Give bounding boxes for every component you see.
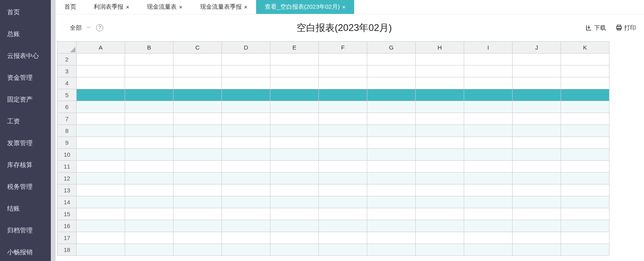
cell-H4[interactable] xyxy=(416,77,464,89)
cell-D17[interactable] xyxy=(222,232,270,244)
cell-C15[interactable] xyxy=(174,208,222,220)
cell-F6[interactable] xyxy=(319,101,367,113)
cell-H10[interactable] xyxy=(416,149,464,161)
cell-E6[interactable] xyxy=(270,101,319,113)
cell-E12[interactable] xyxy=(270,173,319,184)
cell-K8[interactable] xyxy=(561,125,609,137)
cell-I10[interactable] xyxy=(464,149,513,161)
cell-J8[interactable] xyxy=(513,125,561,137)
cell-F14[interactable] xyxy=(319,196,367,208)
column-header-B[interactable]: B xyxy=(125,42,174,54)
cell-E4[interactable] xyxy=(270,77,319,89)
cell-G17[interactable] xyxy=(367,232,416,244)
sidebar-item-7[interactable]: 库存核算 xyxy=(0,154,51,176)
cell-C18[interactable] xyxy=(174,244,222,256)
cell-E2[interactable] xyxy=(270,54,319,65)
row-header-6[interactable]: 6 xyxy=(58,101,77,113)
cell-D7[interactable] xyxy=(222,113,270,125)
row-header-12[interactable]: 12 xyxy=(58,173,77,184)
sidebar-item-4[interactable]: 固定资产 xyxy=(0,89,51,111)
cell-E7[interactable] xyxy=(270,113,319,125)
cell-K9[interactable] xyxy=(561,137,609,149)
cell-B8[interactable] xyxy=(125,125,174,137)
cell-D12[interactable] xyxy=(222,173,270,184)
cell-C2[interactable] xyxy=(174,54,222,65)
cell-E14[interactable] xyxy=(270,196,319,208)
cell-J17[interactable] xyxy=(513,232,561,244)
cell-G9[interactable] xyxy=(367,137,416,149)
cell-J12[interactable] xyxy=(513,173,561,184)
column-header-G[interactable]: G xyxy=(367,42,416,54)
cell-B17[interactable] xyxy=(125,232,174,244)
cell-A11[interactable] xyxy=(77,161,125,173)
cell-B6[interactable] xyxy=(125,101,174,113)
cell-K7[interactable] xyxy=(561,113,609,125)
cell-A10[interactable] xyxy=(77,149,125,161)
cell-K5[interactable] xyxy=(561,89,609,101)
sidebar-item-0[interactable]: 首页 xyxy=(0,2,51,23)
row-header-18[interactable]: 18 xyxy=(58,244,77,256)
column-header-H[interactable]: H xyxy=(416,42,464,54)
cell-D6[interactable] xyxy=(222,101,270,113)
cell-G7[interactable] xyxy=(367,113,416,125)
cell-D18[interactable] xyxy=(222,244,270,256)
row-header-4[interactable]: 4 xyxy=(58,77,77,89)
cell-J3[interactable] xyxy=(513,65,561,77)
cell-H3[interactable] xyxy=(416,65,464,77)
cell-K2[interactable] xyxy=(561,54,609,65)
cell-C7[interactable] xyxy=(174,113,222,125)
cell-A17[interactable] xyxy=(77,232,125,244)
cell-C6[interactable] xyxy=(174,101,222,113)
cell-G14[interactable] xyxy=(367,196,416,208)
cell-D13[interactable] xyxy=(222,184,270,196)
cell-I15[interactable] xyxy=(464,208,513,220)
cell-K16[interactable] xyxy=(561,220,609,232)
row-header-3[interactable]: 3 xyxy=(58,65,77,77)
cell-K4[interactable] xyxy=(561,77,609,89)
cell-E16[interactable] xyxy=(270,220,319,232)
cell-H11[interactable] xyxy=(416,161,464,173)
row-header-8[interactable]: 8 xyxy=(58,125,77,137)
cell-H12[interactable] xyxy=(416,173,464,184)
cell-C3[interactable] xyxy=(174,65,222,77)
cell-D2[interactable] xyxy=(222,54,270,65)
cell-C4[interactable] xyxy=(174,77,222,89)
cell-I18[interactable] xyxy=(464,244,513,256)
cell-H15[interactable] xyxy=(416,208,464,220)
spreadsheet[interactable]: ABCDEFGHIJK23456789101112131415161718 xyxy=(56,41,644,261)
cell-F2[interactable] xyxy=(319,54,367,65)
close-icon[interactable]: × xyxy=(179,4,183,10)
cell-I17[interactable] xyxy=(464,232,513,244)
cell-A6[interactable] xyxy=(77,101,125,113)
row-header-10[interactable]: 10 xyxy=(58,149,77,161)
cell-K10[interactable] xyxy=(561,149,609,161)
cell-I3[interactable] xyxy=(464,65,513,77)
download-button[interactable]: 下载 xyxy=(585,24,606,32)
cell-I12[interactable] xyxy=(464,173,513,184)
sidebar-item-8[interactable]: 税务管理 xyxy=(0,176,51,198)
cell-C12[interactable] xyxy=(174,173,222,184)
cell-B15[interactable] xyxy=(125,208,174,220)
row-header-5[interactable]: 5 xyxy=(58,89,77,101)
column-header-J[interactable]: J xyxy=(513,42,561,54)
cell-D15[interactable] xyxy=(222,208,270,220)
cell-F17[interactable] xyxy=(319,232,367,244)
cell-E15[interactable] xyxy=(270,208,319,220)
cell-I14[interactable] xyxy=(464,196,513,208)
chevron-down-icon[interactable]: ﹀ xyxy=(87,25,91,31)
cell-C11[interactable] xyxy=(174,161,222,173)
row-header-15[interactable]: 15 xyxy=(58,208,77,220)
column-header-F[interactable]: F xyxy=(319,42,367,54)
help-icon[interactable]: ? xyxy=(96,24,103,31)
cell-G3[interactable] xyxy=(367,65,416,77)
cell-B3[interactable] xyxy=(125,65,174,77)
cell-B7[interactable] xyxy=(125,113,174,125)
row-header-17[interactable]: 17 xyxy=(58,232,77,244)
cell-G5[interactable] xyxy=(367,89,416,101)
cell-H16[interactable] xyxy=(416,220,464,232)
cell-C17[interactable] xyxy=(174,232,222,244)
cell-A8[interactable] xyxy=(77,125,125,137)
cell-B13[interactable] xyxy=(125,184,174,196)
cell-J10[interactable] xyxy=(513,149,561,161)
cell-I5[interactable] xyxy=(464,89,513,101)
